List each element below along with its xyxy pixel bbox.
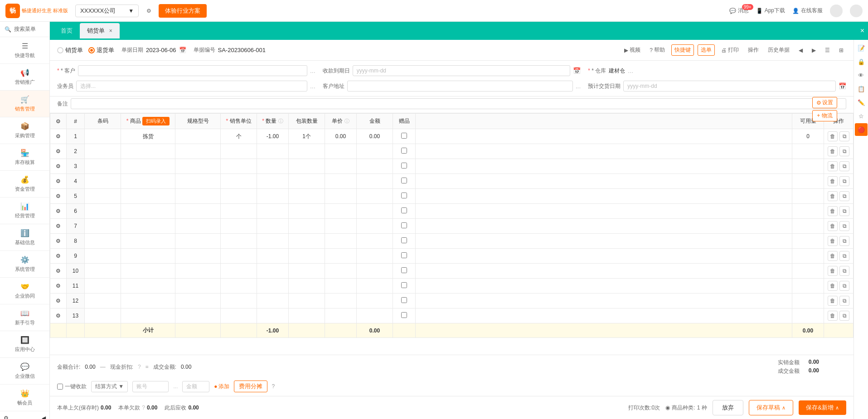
right-panel-eye-icon[interactable]: 👁 <box>855 69 868 82</box>
row-price-1[interactable]: 0.00 <box>325 129 357 144</box>
add-payment-btn[interactable]: ● 添加 <box>214 383 229 390</box>
logistics-btn[interactable]: + 物流 <box>812 110 837 121</box>
company-selector[interactable]: XXXXXX公司 ▼ <box>75 5 139 17</box>
salesperson-input[interactable] <box>76 81 307 92</box>
account-input[interactable]: 账号 <box>132 381 169 392</box>
row-amount-1[interactable]: 0.00 <box>357 129 393 144</box>
warehouse-dots[interactable]: ... <box>628 67 633 74</box>
row-s-6[interactable]: ⚙ <box>50 204 67 219</box>
right-panel-star-icon[interactable]: ☆ <box>855 110 868 122</box>
row-s-13[interactable]: ⚙ <box>50 308 67 323</box>
view-grid-icon[interactable]: ⊞ <box>836 46 846 55</box>
row-s-12[interactable]: ⚙ <box>50 294 67 308</box>
delete-row-6[interactable]: 🗑 <box>828 206 838 216</box>
sidebar-search[interactable]: 🔍 搜索菜单 <box>0 22 49 37</box>
tab-sales-order[interactable]: 销货单 × <box>80 23 120 39</box>
settings-icon[interactable]: ⚙ <box>142 5 155 17</box>
copy-row-12[interactable]: ⧉ <box>839 296 849 306</box>
customer-input[interactable] <box>78 65 307 76</box>
nav-next-icon[interactable]: ▶ <box>809 46 819 55</box>
payment-method-selector[interactable]: 结算方式 ▼ <box>91 381 128 392</box>
sidebar-item-marketing[interactable]: 📢 营销推广 <box>0 64 49 91</box>
copy-row-6[interactable]: ⧉ <box>839 206 849 216</box>
payment-amount-input[interactable]: 金额 <box>182 381 209 392</box>
avatar[interactable] <box>830 5 843 17</box>
right-panel-edit-icon[interactable]: ✏️ <box>855 96 868 109</box>
customer-address-input[interactable] <box>347 81 573 92</box>
sidebar-item-member[interactable]: 👑 畅会员 <box>0 385 49 411</box>
row-s-11[interactable]: ⚙ <box>50 279 67 294</box>
right-panel-alert-icon[interactable]: 🔴 <box>855 123 868 136</box>
save-draft-button[interactable]: 保存草稿 ∧ <box>749 400 793 415</box>
online-service-button[interactable]: 👤 在线客服 <box>792 7 823 14</box>
payment-due-input[interactable] <box>353 65 571 76</box>
tab-home[interactable]: 首页 <box>53 23 80 39</box>
row-s-3[interactable]: ⚙ <box>50 159 67 174</box>
copy-row-5[interactable]: ⧉ <box>839 191 849 201</box>
product-type-radio-icon[interactable]: ◉ <box>665 405 670 411</box>
row-pkg-1[interactable]: 1个 <box>289 129 325 144</box>
delete-row-1[interactable]: 🗑 <box>828 131 838 141</box>
row-s-9[interactable]: ⚙ <box>50 249 67 264</box>
sidebar-collapse-icon[interactable]: ◀ <box>42 415 46 419</box>
tab-close-icon[interactable]: × <box>109 28 112 34</box>
delete-row-9[interactable]: 🗑 <box>828 251 838 261</box>
right-panel-lock-icon[interactable]: 🔒 <box>855 55 868 68</box>
copy-row-4[interactable]: ⧉ <box>839 176 849 186</box>
account-dots[interactable]: ... <box>173 383 178 390</box>
sidebar-item-basic-info[interactable]: ℹ️ 基础信息 <box>0 224 49 251</box>
print-btn[interactable]: 🖨 打印 <box>718 45 742 55</box>
copy-row-3[interactable]: ⧉ <box>839 161 849 171</box>
copy-row-10[interactable]: ⧉ <box>839 266 849 276</box>
row-product-1[interactable]: 拣货 <box>121 129 175 144</box>
calendar-icon[interactable]: 📅 <box>179 47 186 53</box>
sidebar-item-appstore[interactable]: 🔲 应用中心 <box>0 331 49 358</box>
delete-row-3[interactable]: 🗑 <box>828 161 838 171</box>
th-settings[interactable]: ⚙ <box>50 114 67 129</box>
row-barcode-1[interactable] <box>85 129 121 144</box>
radio-return-order[interactable]: 退货单 <box>88 46 114 54</box>
sidebar-item-quicknav[interactable]: ☰ 快捷导航 <box>0 37 49 64</box>
row-s-5[interactable]: ⚙ <box>50 189 67 204</box>
shortcut-btn[interactable]: 快捷键 <box>671 44 694 56</box>
delete-row-13[interactable]: 🗑 <box>828 311 838 321</box>
discard-button[interactable]: 放弃 <box>713 400 743 415</box>
delete-row-7[interactable]: 🗑 <box>828 221 838 231</box>
copy-row-11[interactable]: ⧉ <box>839 281 849 291</box>
delete-row-10[interactable]: 🗑 <box>828 266 838 276</box>
message-button[interactable]: 💬 消息 99+ <box>729 7 749 14</box>
delivery-calendar-icon[interactable]: 📅 <box>839 82 846 90</box>
nav-prev-icon[interactable]: ◀ <box>796 46 805 55</box>
row-s-10[interactable]: ⚙ <box>50 264 67 279</box>
sidebar-item-finance[interactable]: 💰 资金管理 <box>0 171 49 197</box>
avatar-2[interactable] <box>850 5 863 17</box>
copy-row-7[interactable]: ⧉ <box>839 221 849 231</box>
trial-button[interactable]: 体验行业方案 <box>159 4 207 18</box>
debt-help-icon[interactable]: ? <box>142 405 145 411</box>
sidebar-settings-icon[interactable]: ⚙ <box>4 415 9 419</box>
delete-row-2[interactable]: 🗑 <box>828 146 838 156</box>
row-qty-1[interactable]: -1.00 <box>257 129 289 144</box>
copy-row-8[interactable]: ⧉ <box>839 236 849 246</box>
row-settings-1[interactable]: ⚙ <box>50 129 67 144</box>
radio-sales-order[interactable]: 销货单 <box>57 46 83 54</box>
delivery-date-input[interactable] <box>623 81 836 92</box>
history-btn[interactable]: 历史单据 <box>765 45 792 55</box>
settings-form-btn[interactable]: ⚙ 设置 <box>812 97 837 108</box>
sidebar-item-sales[interactable]: 🛒 销售管理 <box>0 91 49 117</box>
discount-help-icon[interactable]: ? <box>138 364 141 370</box>
tab-bar-close-icon[interactable]: × <box>860 27 864 35</box>
notes-input[interactable] <box>71 98 846 109</box>
scan-button[interactable]: 扫码录入 <box>142 117 170 125</box>
delete-row-12[interactable]: 🗑 <box>828 296 838 306</box>
customer-dots[interactable]: ... <box>310 67 315 74</box>
view-list-icon[interactable]: ☰ <box>822 46 833 55</box>
row-s-7[interactable]: ⚙ <box>50 219 67 234</box>
one-click-checkbox[interactable] <box>57 384 63 390</box>
delete-row-4[interactable]: 🗑 <box>828 176 838 186</box>
help-btn[interactable]: ? 帮助 <box>647 45 668 55</box>
save-new-button[interactable]: 保存&新增 ∧ <box>799 400 846 415</box>
app-download-button[interactable]: 📱 App下载 <box>756 7 785 14</box>
sidebar-item-system[interactable]: ⚙️ 系统管理 <box>0 251 49 278</box>
sidebar-item-inventory[interactable]: 🏪 库存核算 <box>0 144 49 171</box>
